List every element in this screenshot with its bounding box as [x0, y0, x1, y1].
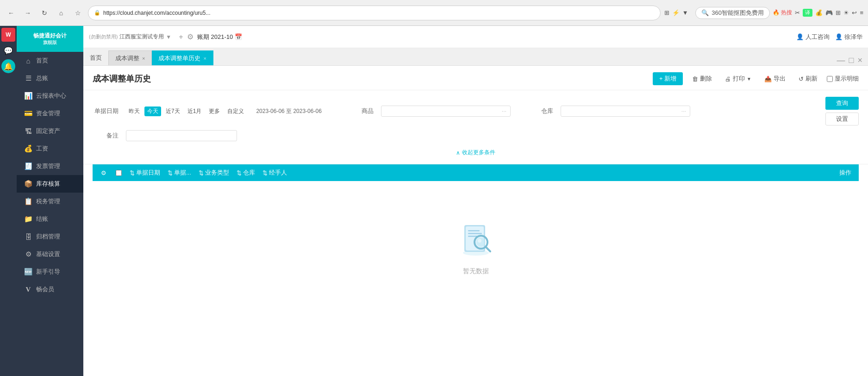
refresh-button[interactable]: ↺ 刷新	[795, 73, 821, 85]
show-cols-toggle[interactable]: 显示明细	[827, 75, 859, 83]
undo-icon[interactable]: ↩	[852, 9, 857, 16]
sidebar-item-payroll[interactable]: 💰 工资	[17, 140, 83, 157]
warehouse-selector[interactable]: ​ ···	[561, 106, 690, 117]
shortcut-7days[interactable]: 近7天	[163, 107, 183, 116]
sidebar-item-settings[interactable]: ⚙ 基础设置	[17, 245, 83, 263]
sidebar-item-funds[interactable]: 💳 资金管理	[17, 105, 83, 122]
sidebar-item-fixed-assets[interactable]: 🏗 固定资产	[17, 122, 83, 140]
col-header-warehouse[interactable]: ⇅ 仓库	[233, 164, 259, 181]
delete-button[interactable]: 🗑 删除	[688, 73, 716, 85]
forward-button[interactable]: →	[21, 6, 34, 19]
bookmark-button[interactable]: ☆	[71, 6, 84, 19]
sidebar-item-ledger[interactable]: ☰ 总账	[17, 69, 83, 87]
close-button[interactable]: ×	[856, 56, 864, 65]
app-logo: 畅捷通好会计 旗舰版	[17, 26, 83, 52]
query-button[interactable]: 查询	[825, 97, 859, 110]
select-all-checkbox[interactable]	[116, 170, 122, 176]
game-icon[interactable]: 🎮	[825, 9, 833, 16]
add-button[interactable]: + 新增	[653, 72, 683, 85]
export-button[interactable]: 📤 导出	[761, 73, 789, 85]
tab-cost-history-label: 成本调整单历史	[158, 54, 200, 63]
archive-icon: 🗄	[24, 233, 32, 241]
address-bar[interactable]: 🔒 https://cloud.chanjet.com/accounting/u…	[88, 6, 661, 20]
tab-cost-adjustment-close[interactable]: ×	[142, 56, 145, 61]
rail-item-chat[interactable]: 💬	[1, 44, 15, 57]
sidebar-item-inventory[interactable]: 📦 库存核算	[17, 175, 83, 193]
sidebar-item-home[interactable]: ⌂ 首页	[17, 52, 83, 69]
maximize-button[interactable]: □	[847, 56, 856, 65]
period-label: 账期	[197, 33, 209, 41]
sidebar-item-closing[interactable]: 📁 结账	[17, 210, 83, 228]
shortcut-yesterday[interactable]: 昨天	[126, 107, 143, 116]
rail-item-notification[interactable]: 🔔	[1, 59, 15, 73]
table-settings-icon[interactable]: ⚙	[96, 164, 111, 181]
sidebar-item-invoice[interactable]: 🧾 发票管理	[17, 157, 83, 175]
minimize-button[interactable]: —	[835, 56, 847, 65]
table-select-all[interactable]	[111, 164, 126, 181]
col-number-label: 单据...	[174, 169, 191, 177]
sidebar-item-reports[interactable]: 📊 云报表中心	[17, 87, 83, 105]
apps-icon[interactable]: ⊞	[664, 9, 669, 16]
tab-cost-adjustment[interactable]: 成本调整 ×	[109, 50, 152, 65]
remark-input[interactable]	[126, 130, 237, 141]
filter-settings-button[interactable]: 设置	[825, 113, 859, 125]
col-header-biztype[interactable]: ⇅ 业务类型	[195, 164, 233, 181]
product-selector[interactable]: ​ ···	[381, 106, 511, 117]
back-button[interactable]: ←	[5, 6, 18, 19]
sidebar-item-archive[interactable]: 🗄 归档管理	[17, 228, 83, 245]
show-cols-checkbox-input[interactable]	[827, 76, 833, 82]
sidebar-label-archive: 归档管理	[36, 232, 60, 241]
grid-icon[interactable]: ⊞	[836, 9, 841, 16]
wallet-icon[interactable]: 💰	[815, 9, 823, 16]
tab-home[interactable]: 首页	[83, 50, 109, 65]
shortcut-today[interactable]: 今天	[144, 107, 161, 116]
col-header-date[interactable]: ⇅ 单据日期	[126, 164, 164, 181]
add-company-button[interactable]: +	[179, 33, 183, 41]
shortcut-more[interactable]: 更多	[206, 107, 223, 116]
hot-search-badge: 🔥 热搜	[773, 9, 792, 17]
collapse-icon: ∧	[456, 150, 460, 156]
export-label: 导出	[774, 75, 786, 83]
sort-number-icon: ⇅	[168, 169, 173, 176]
col-header-handler[interactable]: ⇅ 经手人	[259, 164, 291, 181]
translate-icon[interactable]: 译	[803, 9, 812, 17]
sort-handler-icon: ⇅	[262, 169, 268, 176]
top-bar: (勿删勿禁用) 江西服宝测试专用 ▼ + ⚙ 账期 2021-10 📅 👤 人工…	[83, 26, 868, 48]
period-selector[interactable]: 账期 2021-10 📅	[197, 33, 243, 41]
sort-biztype-icon: ⇅	[199, 169, 204, 176]
print-button[interactable]: 🖨 打印 ▼	[721, 73, 755, 85]
sidebar-item-tax[interactable]: 📋 税务管理	[17, 193, 83, 210]
sidebar-item-guide[interactable]: 🆕 新手引导	[17, 263, 83, 281]
sidebar: 畅捷通好会计 旗舰版 ⌂ 首页 ☰ 总账 📊 云报表中心 💳 资金管理 🏗 固定…	[17, 26, 83, 376]
shortcut-1month[interactable]: 近1月	[185, 107, 205, 116]
page-header: 成本调整单历史 + 新增 🗑 删除 🖨 打印 ▼ 📤 导出	[83, 66, 868, 90]
funds-icon: 💳	[24, 109, 32, 118]
collapse-button[interactable]: ∧ 收起更多条件	[93, 146, 859, 157]
filter-row-date: 单据日期 昨天 今天 近7天 近1月 更多 自定义 2023-06-06 至 2…	[93, 97, 859, 125]
service-button[interactable]: 👤 人工咨询	[796, 33, 830, 41]
more-icon[interactable]: ≡	[860, 9, 863, 16]
reload-button[interactable]: ↻	[38, 6, 51, 19]
guide-icon: 🆕	[24, 268, 32, 276]
dropdown-icon[interactable]: ▼	[682, 9, 688, 16]
tab-cost-history[interactable]: 成本调整单历史 ×	[152, 50, 213, 65]
col-header-number[interactable]: ⇅ 单据...	[164, 164, 195, 181]
tab-cost-history-close[interactable]: ×	[203, 56, 206, 61]
scissors-icon[interactable]: ✂	[795, 9, 800, 16]
tab-home-label: 首页	[90, 54, 102, 62]
brightness-icon[interactable]: ☀	[843, 9, 849, 16]
bolt-icon[interactable]: ⚡	[672, 9, 680, 16]
page-actions: + 新增 🗑 删除 🖨 打印 ▼ 📤 导出 ↺	[653, 72, 859, 85]
settings-icon: ⚙	[24, 250, 32, 258]
sidebar-item-vip[interactable]: V 畅会员	[17, 281, 83, 298]
search-bar[interactable]: 🔍 360智能抠图免费用	[695, 7, 770, 19]
refresh-icon: ↺	[799, 75, 804, 82]
shortcut-custom[interactable]: 自定义	[225, 107, 247, 116]
company-selector[interactable]: (勿删勿禁用) 江西服宝测试专用 ▼	[89, 33, 171, 41]
home-button[interactable]: ⌂	[55, 6, 68, 19]
company-settings-icon[interactable]: ⚙	[187, 32, 194, 41]
rail-item-weibo[interactable]: W	[1, 28, 15, 42]
svg-rect-3	[468, 230, 480, 232]
user-menu[interactable]: 👤 徐泽华	[835, 33, 862, 41]
fixed-assets-icon: 🏗	[24, 127, 32, 135]
